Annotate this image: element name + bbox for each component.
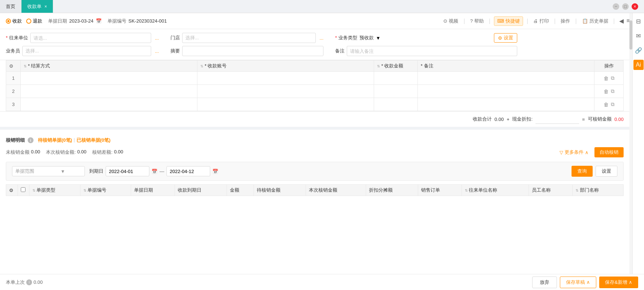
save-new-button[interactable]: 保存&新增 ∧ xyxy=(599,277,638,288)
scope-select[interactable]: 单据范围 ▼ xyxy=(12,166,85,176)
footer: 本单上次 i 0.00 放弃 保存草稿 ∧ 保存&新增 ∧ xyxy=(0,274,644,290)
sidebar-table-icon[interactable]: ⊟ xyxy=(633,16,644,26)
sidebar-ai-icon[interactable]: Ai xyxy=(633,60,644,70)
footer-info-icon[interactable]: i xyxy=(26,279,32,285)
cell-account-3[interactable] xyxy=(197,98,374,111)
th-checkbox[interactable] xyxy=(18,185,30,196)
scrollbar[interactable] xyxy=(629,13,632,290)
tab-close-icon[interactable]: × xyxy=(44,4,47,9)
cell-amount-2[interactable] xyxy=(374,85,418,98)
counterpart-ellipsis[interactable]: ... xyxy=(155,35,159,41)
date-to-input[interactable] xyxy=(166,166,210,176)
tab-bar: 首页 收款单 × － □ × xyxy=(0,0,644,13)
th-number-label: 单据编号 xyxy=(87,187,106,193)
discount-input[interactable] xyxy=(535,114,579,124)
settlement-input-2[interactable] xyxy=(21,85,197,98)
account-input-1[interactable] xyxy=(197,72,374,85)
pending-tab[interactable]: 待核销单据(0笔) xyxy=(36,137,74,144)
account-input-2[interactable] xyxy=(197,85,374,98)
radio-receipt[interactable]: 收款 xyxy=(6,18,22,24)
copy-icon-3[interactable]: ⧉ xyxy=(611,101,614,107)
query-button[interactable]: 查询 xyxy=(572,166,593,177)
select-all-checkbox[interactable] xyxy=(21,187,25,192)
tab-receipt[interactable]: 收款单 × xyxy=(21,0,53,13)
th-type: ⇅ 单据类型 xyxy=(30,185,80,196)
counterpart-input[interactable] xyxy=(30,33,151,43)
th-gear-sub[interactable]: ⚙ xyxy=(6,185,18,196)
abandon-button[interactable]: 放弃 xyxy=(532,277,557,288)
settlement-input-1[interactable] xyxy=(21,72,197,85)
cell-settlement-1[interactable] xyxy=(21,72,197,85)
more-conditions-btn[interactable]: ▽ 更多条件 ∧ xyxy=(559,149,589,156)
business-type-select[interactable]: 预收款 ▼ xyxy=(360,35,432,41)
account-input-3[interactable] xyxy=(197,98,374,111)
remark-input-3[interactable] xyxy=(418,98,594,111)
th-settlement: ⇅ * 结算方式 xyxy=(21,60,197,72)
tab-home[interactable]: 首页 xyxy=(0,0,21,13)
sidebar-mail-icon[interactable]: ✉ xyxy=(633,31,644,41)
cell-remark-1[interactable] xyxy=(418,72,594,85)
date-from-input[interactable] xyxy=(106,166,149,176)
history-btn[interactable]: 📋 历史单据 xyxy=(581,17,610,25)
calendar-to-icon[interactable]: 📅 xyxy=(212,169,218,174)
shortcut-btn[interactable]: ⌨ 快捷键 xyxy=(494,16,523,26)
radio-receipt-dot xyxy=(6,19,11,24)
amount-input-1[interactable] xyxy=(374,72,417,85)
remark-input-1[interactable] xyxy=(418,72,594,85)
prev-icon[interactable]: ◀ xyxy=(619,17,624,25)
minimize-button[interactable]: － xyxy=(613,3,619,10)
amount-input-2[interactable] xyxy=(374,85,417,98)
business-type-label: 业务类型 xyxy=(335,35,357,41)
settings-label: 设置 xyxy=(504,35,513,41)
settings-button-2[interactable]: 设置 xyxy=(596,166,617,177)
cell-remark-2[interactable] xyxy=(418,85,594,98)
delete-icon-2[interactable]: 🗑 xyxy=(604,89,609,94)
staff-ellipsis[interactable]: ... xyxy=(155,48,159,54)
staff-select[interactable]: 选择... xyxy=(22,46,151,56)
settings-button[interactable]: ⚙ 设置 xyxy=(494,33,517,43)
auto-cancel-button[interactable]: 自动核销 xyxy=(594,147,624,157)
sub-table: ⚙ ⇅ 单据类型 ⇅ 单据编号 单据日期 收款到期日 xyxy=(6,184,624,196)
cell-amount-1[interactable] xyxy=(374,72,418,85)
form-row-2: 业务员 选择... ... 摘要 备注 xyxy=(6,46,624,56)
cell-account-1[interactable] xyxy=(197,72,374,85)
settlement-input-3[interactable] xyxy=(21,98,197,111)
cell-settlement-3[interactable] xyxy=(21,98,197,111)
operation-btn[interactable]: 操作 xyxy=(559,17,572,25)
radio-refund[interactable]: 退款 xyxy=(26,18,42,24)
scrollbar-thumb[interactable] xyxy=(629,20,632,50)
cell-amount-3[interactable] xyxy=(374,98,418,111)
calendar-from-icon[interactable]: 📅 xyxy=(152,169,157,174)
done-tab[interactable]: 已核销单据(0笔) xyxy=(75,137,112,144)
uncancelled-label: 未核销金额 xyxy=(6,149,30,156)
store-ellipsis[interactable]: ... xyxy=(319,35,323,41)
save-draft-label: 保存草稿 xyxy=(566,279,585,286)
th-gear[interactable]: ⚙ xyxy=(6,60,21,72)
video-btn[interactable]: ⊙ 视频 xyxy=(442,17,460,25)
help-btn[interactable]: ? 帮助 xyxy=(469,17,485,25)
footer-left: 本单上次 i 0.00 xyxy=(6,279,526,286)
calendar-icon[interactable]: 📅 xyxy=(96,18,102,24)
store-select[interactable]: 选择... xyxy=(182,33,316,43)
docnum-value[interactable]: SK-20230324-001 xyxy=(129,18,167,24)
maximize-button[interactable]: □ xyxy=(622,3,629,10)
print-btn[interactable]: 🖨 打印 xyxy=(532,17,550,25)
close-button[interactable]: × xyxy=(632,3,638,10)
current-value: 0.00 xyxy=(77,149,86,156)
cell-settlement-2[interactable] xyxy=(21,85,197,98)
remark-input[interactable] xyxy=(347,46,517,56)
gear-icon: ⚙ xyxy=(498,35,502,41)
cell-account-2[interactable] xyxy=(197,85,374,98)
info-icon[interactable]: i xyxy=(28,137,34,143)
summary-input[interactable] xyxy=(182,46,323,56)
date-value[interactable]: 2023-03-24 xyxy=(69,18,94,24)
delete-icon-1[interactable]: 🗑 xyxy=(604,75,609,81)
sidebar-link-icon[interactable]: 🔗 xyxy=(633,45,644,55)
delete-icon-3[interactable]: 🗑 xyxy=(604,102,609,107)
save-draft-button[interactable]: 保存草稿 ∧ xyxy=(560,277,596,288)
amount-input-3[interactable] xyxy=(374,98,417,111)
cell-remark-3[interactable] xyxy=(418,98,594,111)
remark-input-2[interactable] xyxy=(418,85,594,98)
copy-icon-1[interactable]: ⧉ xyxy=(611,75,614,81)
copy-icon-2[interactable]: ⧉ xyxy=(611,88,614,94)
